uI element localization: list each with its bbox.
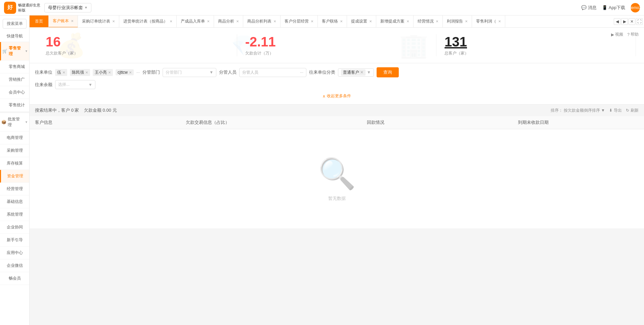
- tab-close-all-btn[interactable]: ✕: [629, 18, 635, 25]
- table-header: 客户信息 欠款交易信息（占比） 回款情况 到期未收款日期: [30, 116, 644, 129]
- unit-filter-label: 往来单位: [35, 69, 52, 75]
- filter-area: 往来单位 伍 ✕ 陈民强 ✕ 王小亮 ✕: [30, 63, 644, 105]
- person-select[interactable]: 分管人员 ···: [239, 68, 306, 77]
- sidebar-item-app-center[interactable]: 应用中心: [0, 247, 29, 259]
- tab-remind-settings[interactable]: 提成设置 ✕: [347, 15, 376, 28]
- tab-nav-btns: ◀ ▶ ✕ ⛶: [612, 18, 644, 25]
- tab-close-production[interactable]: ✕: [207, 20, 210, 23]
- sidebar-item-operations[interactable]: 经营管理: [0, 183, 29, 195]
- result-bar: 搜索结果中，客户 0 家 欠款金额 0.00 元 排序： 按欠款金额倒序排: [30, 105, 644, 116]
- help-icon: ?: [627, 32, 630, 37]
- app-container: 好 畅捷通好生意 标版 母婴行业演示帐套 ▼ 💬 消息 📱 App下载 demo…: [0, 0, 644, 325]
- tab-close-customer-contact[interactable]: ✕: [340, 20, 343, 23]
- sidebar-item-purchase[interactable]: 采购管理: [0, 144, 29, 157]
- user-avatar-btn[interactable]: demo2: [631, 3, 640, 12]
- tab-accounts[interactable]: 客户账本 ✕: [49, 15, 78, 28]
- tab-close-remind-settings[interactable]: ✕: [369, 20, 372, 23]
- batch-icon: 📦: [1, 120, 6, 124]
- content-area: 首页 客户账本 ✕ 采购订单统计表 ✕ 进货单统计表（按商品） ✕: [30, 15, 644, 325]
- balance-select[interactable]: 选择... ▼: [55, 80, 95, 89]
- tab-profit-report[interactable]: 利润报告 ✕: [443, 15, 472, 28]
- unit-type-tag: 普通客户 ✕: [341, 69, 366, 76]
- tab-operations[interactable]: 经营情况 ✕: [414, 15, 443, 28]
- sidebar-item-retail-shop[interactable]: 零售商城: [0, 61, 29, 73]
- tab-prev-btn[interactable]: ◀: [614, 18, 620, 25]
- tab-close-retail-profit[interactable]: ✕: [498, 20, 501, 23]
- quick-nav-btn[interactable]: 快捷导航: [0, 31, 29, 42]
- search-menu-btn[interactable]: 搜索菜单: [3, 19, 27, 29]
- account-selector[interactable]: 母婴行业演示帐套 ▼: [44, 3, 91, 12]
- tab-purchase-orders[interactable]: 采购订单统计表 ✕: [78, 15, 119, 28]
- collapse-btn[interactable]: ∧ 收起更多条件: [35, 92, 639, 100]
- sidebar-item-finance[interactable]: 资金管理: [0, 170, 29, 183]
- sidebar-item-system[interactable]: 系统管理: [0, 208, 29, 221]
- tab-close-new-remind[interactable]: ✕: [406, 20, 409, 23]
- balance-arrow-icon: ▼: [88, 82, 92, 87]
- app-download-btn[interactable]: 📱 App下载: [602, 5, 625, 11]
- unit-tag-chen: 陈民强 ✕: [70, 69, 90, 76]
- sidebar-item-enterprise-wechat[interactable]: 企业微信: [0, 259, 29, 272]
- export-icon: ⬇: [609, 108, 612, 113]
- sidebar-item-batch[interactable]: 📦 批发管理 ▼: [0, 113, 29, 132]
- logo-area[interactable]: 好 畅捷通好生意 标版: [4, 2, 40, 14]
- tab-new-remind[interactable]: 新增提成方案 ✕: [376, 15, 414, 28]
- tab-customer-tier[interactable]: 客户分层经营 ✕: [281, 15, 318, 28]
- help-btn[interactable]: ? 帮助: [627, 32, 639, 37]
- message-icon: 💬: [581, 5, 587, 10]
- tab-product-analysis-list[interactable]: 商品分析列表 ✕: [243, 15, 281, 28]
- tab-inventory-stats[interactable]: 进货单统计表（按商品） ✕: [119, 15, 177, 28]
- sidebar-item-ecommerce[interactable]: 电商管理: [0, 132, 29, 144]
- sidebar-item-new-guide[interactable]: 新手引导: [0, 234, 29, 247]
- tab-close-product-analysis[interactable]: ✕: [236, 20, 239, 23]
- sidebar-item-member[interactable]: 会员中心: [0, 86, 29, 99]
- video-help-btn[interactable]: ▶ 视频: [611, 32, 623, 37]
- tab-close-profit-report[interactable]: ✕: [465, 20, 468, 23]
- unit-type-tag-close[interactable]: ✕: [360, 70, 363, 75]
- sidebar-item-basic-info[interactable]: 基础信息: [0, 195, 29, 208]
- sidebar-item-marketing[interactable]: 营销推广: [0, 73, 29, 86]
- refresh-btn[interactable]: ↻ 刷新: [626, 108, 639, 113]
- sidebar-item-member-vip[interactable]: 畅会员: [0, 272, 29, 285]
- tab-close-accounts[interactable]: ✕: [71, 19, 74, 23]
- tab-next-btn[interactable]: ▶: [621, 18, 628, 25]
- chevron-down-icon: ▼: [84, 6, 88, 9]
- tab-close-product-analysis-list[interactable]: ✕: [273, 20, 276, 23]
- sidebar-item-inventory[interactable]: 库存核算: [0, 157, 29, 170]
- query-btn[interactable]: 查询: [377, 67, 399, 77]
- dept-select[interactable]: 分管部门 ▼: [163, 68, 216, 77]
- person-filter-label: 分管人员: [219, 69, 237, 75]
- unit-tag-wang-close[interactable]: ✕: [108, 71, 111, 74]
- export-btn[interactable]: ⬇ 导出: [609, 108, 622, 113]
- sidebar-item-enterprise-collab[interactable]: 企业协同: [0, 221, 29, 234]
- tab-bar: 首页 客户账本 ✕ 采购订单统计表 ✕ 进货单统计表（按商品） ✕: [30, 15, 644, 28]
- sidebar-item-retail-stats[interactable]: 零售统计: [0, 99, 29, 112]
- empty-illustration: 🔍: [318, 156, 356, 191]
- unit-tag-cjttcw-close[interactable]: ✕: [129, 71, 132, 74]
- tab-customer-contact[interactable]: 客户联络 ✕: [318, 15, 347, 28]
- unit-type-select[interactable]: 普通客户 ✕ ▼: [338, 68, 374, 77]
- tab-close-purchase-orders[interactable]: ✕: [112, 20, 115, 23]
- tab-close-customer-tier[interactable]: ✕: [311, 20, 313, 23]
- logo-icon: 好: [4, 2, 16, 14]
- tab-close-inventory-stats[interactable]: ✕: [170, 20, 172, 23]
- tab-retail-profit[interactable]: 零售利润（ ✕: [472, 15, 505, 28]
- unit-type-filter-label: 往来单位分类: [309, 69, 335, 75]
- top-right-area: 💬 消息 📱 App下载 demo2: [581, 3, 640, 12]
- stats-area: 💰 💎 🏢 16 总欠款客户（家） -2.11 欠款合计（万） 131 总客户（…: [30, 28, 644, 63]
- chevron-icon: ▼: [25, 49, 28, 53]
- more-units-btn[interactable]: ···: [136, 70, 140, 75]
- unit-tag-wu-close[interactable]: ✕: [62, 71, 65, 74]
- tab-close-operations[interactable]: ✕: [436, 20, 438, 23]
- unit-tag-wu: 伍 ✕: [55, 69, 67, 76]
- tab-expand-btn[interactable]: ⛶: [636, 18, 643, 25]
- sidebar-item-retail[interactable]: 🛒 零售管理 ▼: [0, 42, 29, 61]
- tab-home[interactable]: 首页: [30, 15, 49, 28]
- sort-select[interactable]: 排序： 按欠款金额倒序排序 ▼: [551, 108, 605, 113]
- retail-icon: 🛒: [2, 49, 7, 53]
- message-btn[interactable]: 💬 消息: [581, 5, 597, 11]
- empty-text: 暂无数据: [328, 195, 346, 202]
- tab-bar-inner: 首页 客户账本 ✕ 采购订单统计表 ✕ 进货单统计表（按商品） ✕: [30, 15, 612, 28]
- unit-tag-chen-close[interactable]: ✕: [85, 71, 88, 74]
- tab-product-analysis[interactable]: 商品分析 ✕: [214, 15, 243, 28]
- tab-production-in[interactable]: 产成品入库单 ✕: [177, 15, 214, 28]
